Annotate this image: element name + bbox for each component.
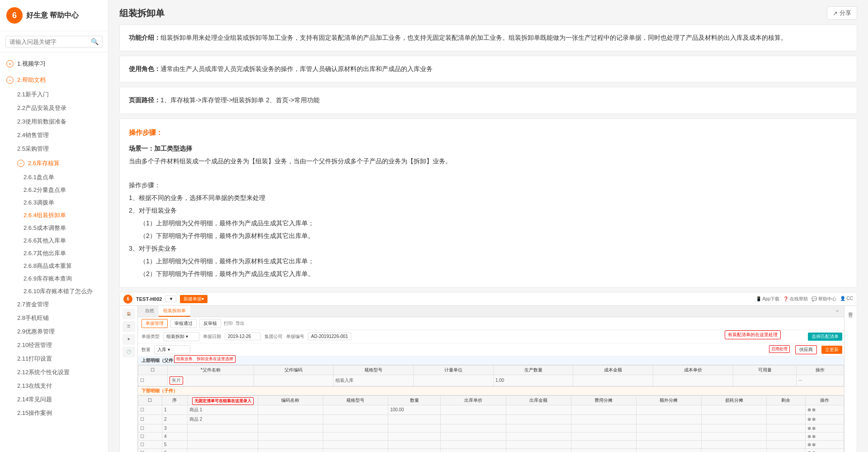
search-box[interactable]: 🔍 [5,36,103,48]
sidebar-item-mobile[interactable]: 2.8手机旺铺 [14,311,108,325]
share-icon: ↗ [833,10,838,17]
sim-main-area: 自然 组装拆卸单 × 单据管理 审核通过 反审核 打印 导出 [138,306,844,452]
sidebar-item-assembly[interactable]: 2.6.4组装拆卸单 [20,209,108,222]
sidebar-item-video-learning[interactable]: + 1.视频学习 [0,56,108,71]
sim-low-col-action: 操作 [805,395,844,405]
sim-toolbar: 单据管理 审核通过 反审核 打印 导出 [138,317,844,330]
step3-sub1: （1）上部明细为父件明细，最终作为原材料生成其它出库单； [129,255,848,267]
sim-service-icon: 💬 帮助中心 [811,296,836,302]
sidebar-search-area: 🔍 [0,31,108,52]
sim-menu-icon[interactable]: ☰ [123,321,135,332]
sim-tab-assembly[interactable]: 组装拆卸单 [159,306,190,317]
sidebar-item-stocktake[interactable]: 2.6.1盘点单 [20,171,108,184]
sidebar-item-online-pay[interactable]: 2.13在线支付 [14,379,108,393]
sim-low-col-alloc: 费用分摊 [571,395,636,405]
sidebar-item-cost-adjust[interactable]: 2.6.5成本调整单 [20,222,108,234]
ops-steps-sub-label: 操作步骤： [129,179,848,191]
sim-home-icon[interactable]: 🏠 [123,309,135,319]
sim-upper-cell-action-1: ··· [797,375,844,386]
sidebar-item-print[interactable]: 2.11打印设置 [14,352,108,366]
ops-heading: 操作步骤： [129,126,848,138]
screenshot-container: 6 TEST-H002 ▼ 新建单据▾ 📱 App下载 ❓ 在线帮助 💬 帮助中… [119,292,857,452]
sim-low-col-loss: 损耗分摊 [702,395,767,405]
annotation-bom: 有装配清单的在这里处理 [725,330,781,339]
sidebar-item-newcomer[interactable]: 2.1新手入门 [14,88,108,101]
sim-close-icon[interactable]: × [836,309,839,314]
app-logo-icon: 6 [6,7,23,24]
search-icon[interactable]: 🔍 [91,38,99,45]
sidebar-item-inventory-ledger[interactable]: 2.6.9库存账本查询 [20,272,108,285]
annotation-no-bom: 无固定清单可在组装在这里录入 [192,397,254,405]
sim-content: 🏠 ☰ ★ 🕐 自然 组装拆卸单 × [120,306,857,452]
sim-user-icon: 👤 CC [840,296,853,302]
sim-btn-new[interactable]: 单据管理 [142,319,168,328]
sidebar-item-finance[interactable]: 2.7资金管理 [14,298,108,311]
sidebar-item-faq[interactable]: 2.14常见问题 [14,393,108,406]
sim-tab-home[interactable]: 自然 [141,306,159,317]
sidebar-item-other-in[interactable]: 2.6.6其他入库单 [20,234,108,247]
sidebar-item-help-docs[interactable]: − 2.帮助文档 [0,72,108,88]
sim-select-bom-btn[interactable]: 选择匹配清单 [808,333,842,341]
sim-upper-row-1: ☐ 夹片 组装入库 1.00 [138,375,844,386]
sim-btn-reverse[interactable]: 反审核 [199,319,221,328]
sim-low-col-extra: 额外分摊 [636,395,701,405]
step2-sub2: （2）下部明细为子件明细，最终作为原材料生成其它出库单。 [129,229,848,242]
sim-lower-row-2: ☐2 商品 2 ⊕ ⊗ [138,414,844,424]
sim-name-input-box[interactable]: 夹片 [170,376,183,385]
sidebar-item-data-prep[interactable]: 2.3使用前数据准备 [14,115,108,128]
sim-qty-label: 数量 [142,347,151,353]
sim-app-store-icon: 📱 App下载 [756,296,779,302]
sidebar-item-partial-stocktake[interactable]: 2.6.2分量盘点单 [20,184,108,196]
role-text: 使用角色：通常由生产人员或库管人员完成拆装业务的操作，库管人员确认原材料的出库和… [129,63,848,75]
sidebar-item-coupon[interactable]: 2.9优惠券管理 [14,325,108,338]
sim-btn-export[interactable]: 导出 [236,320,245,327]
sidebar-item-cost-recalc[interactable]: 2.6.8商品成本重算 [20,260,108,272]
sim-date-input[interactable]: 2019-12-26 [225,333,261,340]
sim-col-spec: 规格型号 [334,365,414,375]
sim-upper-cell-cost-1 [573,375,653,386]
sim-low-col-spec: 规格型号 [323,395,388,405]
sim-upper-cell-unit-1 [414,375,494,386]
step3-sub2: （2）下部明细为子件明细，最终作为产成品生成其它入库单。 [129,267,848,280]
sidebar-item-ledger-error[interactable]: 2.6.10库存账本错了怎么办 [20,285,108,298]
sim-low-col-code: 编码名称 [258,395,323,405]
scene-heading: 场景一：加工类型选择 [129,142,848,155]
sim-enable-input: 供应商 [795,345,817,354]
sidebar-item-other-out[interactable]: 2.6.7其他出库单 [20,247,108,260]
sim-low-col-seq: 序 [162,395,187,405]
sim-left-sidebar: 🏠 ☰ ★ 🕐 [120,306,138,452]
sim-docno-input[interactable]: AD-20191226-001 [308,333,351,340]
sim-date-label: 单据日期 [203,333,221,340]
sidebar-item-customize[interactable]: 2.12系统个性化设置 [14,366,108,379]
sim-confirm-action-btn[interactable]: 立更新 [821,346,842,354]
sim-enable-box[interactable]: 供应商 [795,345,817,354]
role-card: 使用角色：通常由生产人员或库管人员完成拆装业务的操作，库管人员确认原材料的出库和… [119,56,857,82]
sim-btn-approve[interactable]: 审核通过 [170,319,197,328]
sidebar-item-sales[interactable]: 2.4销售管理 [14,128,108,142]
sim-docno-label: 单据编号 [286,333,304,340]
sim-lower-row-3: ☐3 ⊕ ⊗ [138,424,844,432]
sim-doc-type-input[interactable]: 组装拆卸 ▾ [163,332,199,341]
share-button[interactable]: ↗ 分享 [827,6,857,20]
sidebar-item-operations[interactable]: 2.10经营管理 [14,338,108,352]
sidebar-item-transfer[interactable]: 2.6.3调拨单 [20,196,108,209]
sidebar-item-purchase[interactable]: 2.5采购管理 [14,142,108,156]
sim-upper-cell-spec-1: 组装入库 [334,375,414,386]
sim-upper-section-label: 上部明细（父件） [138,357,844,365]
sidebar: 6 好生意 帮助中心 🔍 + 1.视频学习 − 2.帮助文档 2.1新手入门 2… [0,0,108,452]
search-input[interactable] [9,38,91,45]
sim-btn-print[interactable]: 打印 [224,320,233,327]
sim-logo: 6 [123,295,132,304]
sidebar-item-cases[interactable]: 2.15操作案例 [14,406,108,420]
sim-new-doc-btn[interactable]: 新建单据▾ [180,295,208,303]
sidebar-item-inventory[interactable]: − 2.6库存核算 [14,156,108,171]
sim-dropdown[interactable]: ▼ [165,295,176,302]
sim-lower-row-1: ☐1 商品 1 100.00 ⊕ ⊗ [138,405,844,414]
sim-upper-table-wrap: ☐ *父件名称 父件编码 规格型号 计量单位 生产数量 成本金额 成本单价 可用 [138,365,844,386]
sim-star-icon[interactable]: ★ [123,334,135,345]
sim-clock-icon[interactable]: 🕐 [123,347,135,357]
sim-qty-input[interactable]: 入库 ▾ [154,345,190,354]
annotation-type: 组装业务、拆卸业务在这里选择 [174,355,236,363]
sidebar-item-install[interactable]: 2.2产品安装及登录 [14,101,108,115]
sim-tabs: 自然 组装拆卸单 × [138,306,844,317]
